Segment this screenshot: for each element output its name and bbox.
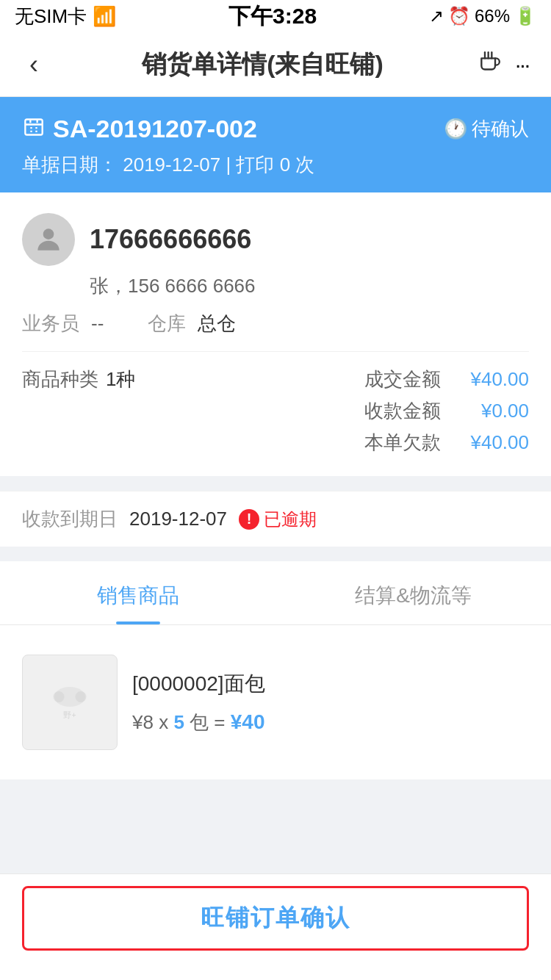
quantity-unit: 包 xyxy=(190,711,209,733)
due-date-section: 收款到期日 2019-12-07 ! 已逾期 xyxy=(0,491,551,547)
location-icon: ↗ xyxy=(429,6,444,26)
product-kinds-value: 1种 xyxy=(106,367,135,392)
customer-top: 17666666666 xyxy=(22,213,529,266)
date-label: 单据日期： xyxy=(22,154,118,176)
amount-row-0: 成交金额 ¥40.00 xyxy=(364,367,529,392)
nav-bar: ‹ 销货单详情(来自旺铺) ··· xyxy=(0,32,551,97)
warehouse-meta: 仓库 总仓 xyxy=(148,311,236,336)
overdue-text: 已逾期 xyxy=(264,508,317,531)
order-header-banner: SA-20191207-002 🕐 待确认 单据日期： 2019-12-07 |… xyxy=(0,97,551,192)
product-price-formula: ¥8 x 5 包 = ¥40 xyxy=(132,710,529,735)
amount-value-0: ¥40.00 xyxy=(455,368,529,391)
product-list: 野+ [0000002]面包 ¥8 x 5 包 = ¥40 xyxy=(0,625,551,779)
product-kinds: 商品种类 1种 xyxy=(22,367,135,392)
page-title: 销货单详情(来自旺铺) xyxy=(142,48,383,82)
sales-value: -- xyxy=(91,312,104,335)
svg-point-4 xyxy=(43,228,54,239)
amount-row-2: 本单欠款 ¥40.00 xyxy=(364,430,529,455)
tabs-header: 销售商品 结算&物流等 xyxy=(0,561,551,625)
warehouse-label: 仓库 xyxy=(148,311,186,336)
equals-sign: = xyxy=(214,711,225,733)
svg-point-6 xyxy=(54,691,65,702)
print-label: | 打印 xyxy=(226,154,274,176)
product-item: 野+ [0000002]面包 ¥8 x 5 包 = ¥40 xyxy=(22,640,529,765)
status-text: 待确认 xyxy=(472,116,529,142)
wifi-icon: 📶 xyxy=(93,5,116,28)
quantity-label: x xyxy=(159,711,168,733)
order-id-text: SA-20191207-002 xyxy=(53,115,257,143)
customer-meta: 业务员 -- 仓库 总仓 xyxy=(22,311,529,336)
financial-row: 商品种类 1种 成交金额 ¥40.00 收款金额 ¥0.00 本单欠款 ¥40.… xyxy=(22,367,529,455)
due-label: 收款到期日 xyxy=(22,506,118,532)
customer-section: 17666666666 张，156 6666 6666 业务员 -- 仓库 总仓… xyxy=(0,192,551,476)
tab-sales-products[interactable]: 销售商品 xyxy=(0,561,276,624)
price-per-unit: ¥8 xyxy=(132,711,154,733)
status-bar: 无SIM卡 📶 下午3:28 ↗ ⏰ 66% 🔋 xyxy=(0,0,551,32)
due-row: 收款到期日 2019-12-07 ! 已逾期 xyxy=(22,506,529,532)
share-icon[interactable] xyxy=(480,51,500,77)
amount-label-0: 成交金额 xyxy=(364,367,441,392)
amount-label-2: 本单欠款 xyxy=(364,430,441,455)
order-icon xyxy=(22,115,46,143)
product-kinds-label: 商品种类 xyxy=(22,367,98,392)
svg-text:野+: 野+ xyxy=(63,710,76,719)
nav-actions: ··· xyxy=(480,51,529,77)
battery-text: 66% xyxy=(475,6,510,26)
order-date-value: 2019-12-07 xyxy=(123,154,220,176)
battery-icon: 🔋 xyxy=(514,6,536,26)
status-left: 无SIM卡 📶 xyxy=(15,4,116,29)
sales-label: 业务员 xyxy=(22,311,79,336)
order-date-line: 单据日期： 2019-12-07 | 打印 0 次 xyxy=(22,152,529,178)
tab-settlement[interactable]: 结算&物流等 xyxy=(276,561,551,624)
customer-phone: 17666666666 xyxy=(90,224,251,255)
carrier-text: 无SIM卡 xyxy=(15,4,87,29)
overdue-icon: ! xyxy=(239,509,259,530)
time-display: 下午3:28 xyxy=(228,1,317,32)
print-count: 0 xyxy=(280,154,290,176)
product-total: ¥40 xyxy=(231,710,265,733)
alarm-icon: ⏰ xyxy=(448,6,470,26)
order-status: 🕐 待确认 xyxy=(444,116,529,142)
customer-name: 张，156 6666 6666 xyxy=(90,273,529,299)
bottom-bar: 旺铺订单确认 xyxy=(0,873,551,980)
tabs-section: 销售商品 结算&物流等 野+ [0000002]面包 ¥8 x 5 包 xyxy=(0,561,551,779)
sales-meta: 业务员 -- xyxy=(22,311,104,336)
amount-row-1: 收款金额 ¥0.00 xyxy=(364,398,529,424)
print-unit: 次 xyxy=(295,154,314,176)
svg-rect-3 xyxy=(25,120,42,135)
product-info: [0000002]面包 ¥8 x 5 包 = ¥40 xyxy=(132,670,529,735)
amount-value-2: ¥40.00 xyxy=(455,431,529,454)
avatar xyxy=(22,213,75,266)
status-clock-icon: 🕐 xyxy=(444,118,467,140)
product-thumbnail: 野+ xyxy=(22,655,118,750)
warehouse-value: 总仓 xyxy=(198,311,236,336)
back-button[interactable]: ‹ xyxy=(22,42,46,87)
order-header-top: SA-20191207-002 🕐 待确认 xyxy=(22,115,529,143)
amount-label-1: 收款金额 xyxy=(364,398,441,424)
due-date-value: 2019-12-07 xyxy=(129,508,227,530)
divider xyxy=(22,351,529,352)
status-right: ↗ ⏰ 66% 🔋 xyxy=(429,6,536,26)
confirm-order-button[interactable]: 旺铺订单确认 xyxy=(22,886,529,951)
quantity-value: 5 xyxy=(173,711,184,733)
overdue-badge: ! 已逾期 xyxy=(239,508,317,531)
order-id: SA-20191207-002 xyxy=(22,115,257,143)
more-icon[interactable]: ··· xyxy=(515,52,529,77)
financial-amounts: 成交金额 ¥40.00 收款金额 ¥0.00 本单欠款 ¥40.00 xyxy=(364,367,529,455)
svg-point-7 xyxy=(76,691,87,702)
product-name: [0000002]面包 xyxy=(132,670,529,698)
amount-value-1: ¥0.00 xyxy=(455,400,529,422)
